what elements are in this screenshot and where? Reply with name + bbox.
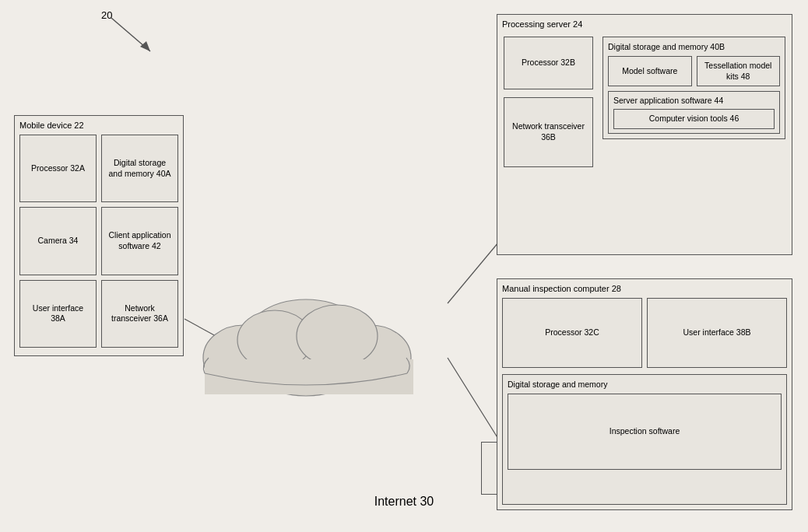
server-app-container: Server application software 44 Computer … [608,91,780,134]
inspection-software-box: Inspection software [508,394,782,470]
client-app-42-box: Client application software 42 [101,207,178,275]
server-app-title: Server application software 44 [613,96,775,105]
processor-32a-box: Processor 32A [19,135,97,202]
digital-storage-40a-box: Digital storage and memory 40A [101,135,178,202]
ps-right-inner: Model software Tessellation model kits 4… [608,56,780,86]
svg-rect-9 [205,359,413,394]
mic-digital-storage-title: Digital storage and memory [508,380,782,389]
svg-point-4 [240,299,372,396]
user-interface-38b-box: User interface 38B [647,298,787,368]
processor-32b-box: Processor 32B [504,37,593,89]
mobile-device-title: Mobile device 22 [19,121,178,130]
camera-34-box: Camera 34 [19,207,97,275]
processing-server-box: Processing server 24 Processor 32B Netwo… [497,14,792,255]
svg-point-5 [203,325,284,390]
model-software-box: Model software [608,56,692,86]
svg-point-8 [297,305,378,367]
svg-point-7 [237,310,312,369]
internet-label: Internet 30 [374,495,434,509]
processing-server-title: Processing server 24 [502,19,787,29]
mic-digital-storage-container: Digital storage and memory Inspection so… [502,374,787,505]
svg-point-6 [330,325,411,390]
mobile-device-box: Mobile device 22 Processor 32A Digital s… [14,115,184,356]
inspection-computer-title: Manual inspection computer 28 [502,284,787,293]
svg-line-0 [184,319,241,350]
ps-digital-storage-title: Digital storage and memory 40B [608,42,780,51]
ps-digital-storage-container: Digital storage and memory 40B Model sof… [602,37,785,139]
svg-marker-11 [140,41,150,51]
inspection-computer-box: Manual inspection computer 28 Processor … [497,278,792,510]
network-transceiver-36a-box: Network transceiver 36A [101,280,178,348]
processor-32c-box: Processor 32C [502,298,642,368]
network-transceiver-36b-box: Network transceiver 36B [504,97,593,167]
tessellation-box: Tessellation model kits 48 [697,56,781,86]
ps-left-column: Processor 32B Network transceiver 36B [504,37,593,167]
mobile-device-grid: Processor 32A Digital storage and memory… [19,135,178,348]
computer-vision-box: Computer vision tools 46 [613,109,775,129]
user-interface-38a-box: User interface 38A [19,280,97,348]
mic-top-row: Processor 32C User interface 38B [502,298,787,368]
